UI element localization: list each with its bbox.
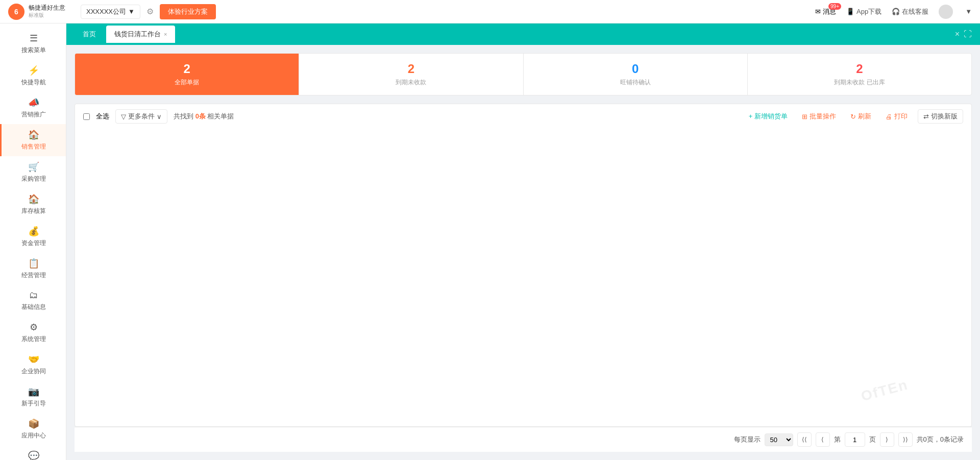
table-empty bbox=[75, 129, 971, 426]
sidebar-item-label: 经营管理 bbox=[21, 271, 46, 280]
sales-icon: 🏠 bbox=[28, 129, 39, 140]
switch-label: 切换新版 bbox=[931, 112, 958, 121]
logo-sub: 标准版 bbox=[29, 12, 65, 19]
tab-actions: × ⛶ bbox=[955, 30, 972, 39]
sidebar-item-purchase[interactable]: 🛒 采购管理 bbox=[0, 156, 66, 188]
sidebar-item-inventory[interactable]: 🏠 库存核算 bbox=[0, 188, 66, 221]
first-page-btn[interactable]: ⟨⟨ bbox=[797, 432, 812, 447]
app-download-label: App下载 bbox=[856, 7, 881, 16]
sidebar-item-enterprise[interactable]: 🤝 企业协同 bbox=[0, 349, 66, 381]
username-area[interactable]: ▼ bbox=[963, 8, 972, 15]
trial-button[interactable]: 体验行业方案 bbox=[160, 4, 216, 19]
sidebar-item-operation[interactable]: 📋 经营管理 bbox=[0, 253, 66, 285]
refresh-label: 刷新 bbox=[858, 112, 871, 121]
last-page-btn[interactable]: ⟩⟩ bbox=[898, 432, 913, 447]
page-size-select[interactable]: 50 100 200 bbox=[765, 433, 793, 446]
sidebar-item-sales[interactable]: 🏠 销售管理 bbox=[0, 124, 66, 156]
sidebar-item-label: 快捷导航 bbox=[21, 78, 46, 87]
new-sale-button[interactable]: + 新增销货单 bbox=[745, 110, 792, 123]
sidebar-item-label: 采购管理 bbox=[21, 175, 46, 183]
tab-maximize-icon[interactable]: ⛶ bbox=[964, 30, 972, 39]
stat-card-all[interactable]: 2 全部单据 bbox=[75, 54, 299, 95]
marketing-icon: 📣 bbox=[28, 97, 39, 108]
sidebar-item-label: 资金管理 bbox=[21, 239, 46, 248]
stat-number-overdue: 2 bbox=[311, 62, 510, 76]
select-all-label: 全选 bbox=[96, 112, 109, 121]
sidebar-item-label: 库存核算 bbox=[21, 207, 46, 215]
filter-icon: ▽ bbox=[121, 113, 126, 120]
switch-version-btn[interactable]: ⇄ 切换新版 bbox=[918, 109, 963, 124]
found-text: 共找到 0条 相关单据 bbox=[174, 112, 234, 121]
page-number-input[interactable]: 1 bbox=[845, 432, 865, 447]
sidebar-item-label: 搜索菜单 bbox=[21, 46, 46, 55]
quick-nav-icon: ⚡ bbox=[28, 65, 39, 76]
company-selector[interactable]: XXXXXX公司 ▼ bbox=[81, 5, 140, 19]
toolbar-right: + 新增销货单 ⊞ 批量操作 ↻ 刷新 🖨 打印 bbox=[745, 109, 963, 124]
online-service-label: 在线客服 bbox=[902, 7, 928, 16]
enterprise-icon: 🤝 bbox=[28, 354, 39, 365]
table-area bbox=[75, 129, 972, 427]
content-area: 首页 钱货日清工作台 × × ⛶ 2 全部单据 2 到期 bbox=[66, 23, 980, 460]
wechat-icon: 💬 bbox=[28, 450, 39, 460]
guide-icon: 📷 bbox=[28, 386, 39, 397]
stat-label-pending: 旺铺待确认 bbox=[536, 78, 735, 87]
found-count: 0条 bbox=[195, 112, 206, 120]
stat-card-overdue[interactable]: 2 到期未收款 bbox=[299, 54, 523, 95]
stat-label-all: 全部单据 bbox=[87, 78, 286, 87]
switch-icon: ⇄ bbox=[923, 113, 929, 120]
sidebar-item-app-center[interactable]: 📦 应用中心 bbox=[0, 413, 66, 445]
sidebar-item-label: 企业协同 bbox=[21, 367, 46, 376]
next-page-btn[interactable]: ⟩ bbox=[880, 432, 894, 447]
sidebar-item-base-info[interactable]: 🗂 基础信息 bbox=[0, 285, 66, 317]
sidebar-item-system[interactable]: ⚙ 系统管理 bbox=[0, 317, 66, 349]
sidebar-item-label: 销售管理 bbox=[21, 142, 46, 151]
avatar[interactable] bbox=[939, 5, 953, 19]
app-download-btn[interactable]: 📱 App下载 bbox=[846, 7, 881, 16]
batch-icon: ⊞ bbox=[802, 113, 807, 120]
sidebar-item-finance[interactable]: 💰 资金管理 bbox=[0, 221, 66, 253]
operation-icon: 📋 bbox=[28, 258, 39, 269]
filter-button[interactable]: ▽ 更多条件 ∨ bbox=[115, 109, 167, 124]
sidebar-item-label: 新手引导 bbox=[21, 399, 46, 408]
total-info: 共0页，0条记录 bbox=[917, 435, 964, 444]
sidebar-item-label: 基础信息 bbox=[21, 303, 46, 311]
filter-label: 更多条件 bbox=[128, 112, 155, 121]
tab-home[interactable]: 首页 bbox=[75, 26, 104, 43]
message-area[interactable]: ✉ 消息 99+ bbox=[815, 7, 836, 16]
prev-page-btn[interactable]: ⟨ bbox=[816, 432, 830, 447]
tab-active-label: 钱货日清工作台 bbox=[114, 30, 161, 39]
select-all-checkbox[interactable] bbox=[83, 113, 90, 120]
top-bar-right: ✉ 消息 99+ 📱 App下载 🎧 在线客服 ▼ bbox=[815, 5, 972, 19]
tab-minimize-icon[interactable]: × bbox=[955, 30, 960, 39]
stat-card-pending[interactable]: 0 旺铺待确认 bbox=[524, 54, 748, 95]
purchase-icon: 🛒 bbox=[28, 161, 39, 173]
logo-name: 畅捷通好生意 bbox=[29, 4, 65, 12]
batch-label: 批量操作 bbox=[810, 112, 836, 121]
app-center-icon: 📦 bbox=[28, 418, 39, 429]
sidebar-item-wechat[interactable]: 💬 企业微信 bbox=[0, 445, 66, 460]
message-icon: ✉ bbox=[815, 8, 821, 15]
tab-close-icon[interactable]: × bbox=[164, 31, 167, 37]
stats-row: 2 全部单据 2 到期未收款 0 旺铺待确认 2 到期未收款 已出库 bbox=[75, 53, 972, 95]
chevron-down-icon: ▼ bbox=[128, 8, 135, 15]
print-btn[interactable]: 🖨 打印 bbox=[881, 110, 912, 123]
sidebar-item-marketing[interactable]: 📣 营销推广 bbox=[0, 92, 66, 124]
refresh-btn[interactable]: ↻ 刷新 bbox=[846, 110, 875, 123]
sidebar-item-guide[interactable]: 📷 新手引导 bbox=[0, 381, 66, 413]
stat-number-overdue-out: 2 bbox=[760, 62, 959, 76]
sidebar-item-label: 应用中心 bbox=[21, 431, 46, 440]
online-service-btn[interactable]: 🎧 在线客服 bbox=[892, 7, 928, 16]
print-icon: 🖨 bbox=[886, 113, 892, 120]
toolbar-left: 全选 ▽ 更多条件 ∨ 共找到 0条 相关单据 bbox=[83, 109, 739, 124]
stat-card-overdue-out[interactable]: 2 到期未收款 已出库 bbox=[748, 54, 971, 95]
sidebar-item-search-menu[interactable]: ☰ 搜索菜单 bbox=[0, 28, 66, 60]
sidebar-item-label: 营销推广 bbox=[21, 110, 46, 119]
batch-btn[interactable]: ⊞ 批量操作 bbox=[798, 110, 840, 123]
logo-icon: 6 bbox=[8, 4, 24, 20]
sidebar-item-quick-nav[interactable]: ⚡ 快捷导航 bbox=[0, 60, 66, 92]
user-chevron-icon: ▼ bbox=[965, 8, 972, 15]
table-container: 全选 ▽ 更多条件 ∨ 共找到 0条 相关单据 + 新增销货 bbox=[75, 104, 972, 452]
settings-icon[interactable]: ⚙ bbox=[146, 7, 154, 16]
base-info-icon: 🗂 bbox=[29, 290, 38, 301]
tab-active[interactable]: 钱货日清工作台 × bbox=[106, 26, 175, 43]
